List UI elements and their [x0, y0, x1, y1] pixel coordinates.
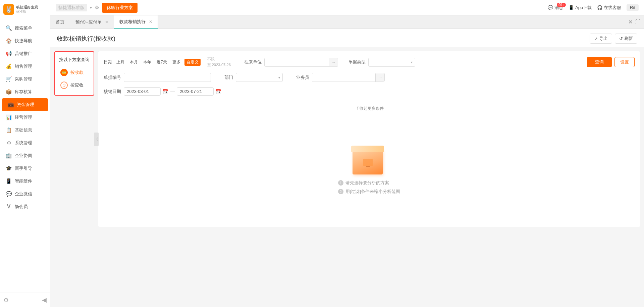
tab-receipt-cancel-label: 收款核销执行	[119, 19, 146, 25]
date-shortcut-more[interactable]: 更多	[171, 59, 182, 66]
topbar-chevron-icon[interactable]: ▾	[90, 5, 92, 10]
salesman-input[interactable]	[312, 73, 375, 82]
filter-by-receipt[interactable]: 💳 按收款	[55, 66, 94, 79]
user-name[interactable]: Rit	[627, 4, 639, 11]
doc-type-select-wrap: ▾	[368, 58, 415, 67]
sidebar-item-search-label: 搜索菜单	[15, 25, 32, 31]
content-area: 按以下方案查询 💳 按收款 ⏱ 按应收 《	[50, 47, 644, 231]
verify-date-start-input[interactable]	[124, 87, 161, 96]
verify-date-end-input[interactable]	[177, 87, 214, 96]
system-icon: ⚙	[5, 140, 12, 146]
enterprise-icon: 🏢	[5, 153, 12, 159]
sidebar-item-system[interactable]: ⚙ 系统管理	[0, 137, 50, 149]
sidebar-logo: 🐰 畅捷通好生意 标准版	[0, 0, 50, 19]
verify-date-start-cal-icon[interactable]: 📅	[163, 89, 168, 94]
sidebar-item-enterprise[interactable]: 🏢 企业协同	[0, 149, 50, 162]
sidebar-item-inventory[interactable]: 📦 库存核算	[0, 86, 50, 98]
date-shortcut-last-month[interactable]: 上月	[115, 59, 126, 66]
service-label: 在线客服	[604, 5, 621, 11]
tab-expand-icon[interactable]: ⛶	[635, 19, 641, 25]
date-shortcut-this-month[interactable]: 本月	[128, 59, 139, 66]
refresh-icon: ↺	[619, 36, 623, 41]
hardware-icon: 📱	[5, 178, 12, 184]
doc-type-select[interactable]	[368, 58, 415, 67]
sidebar-item-inventory-label: 库存核算	[15, 89, 32, 95]
tab-home-label: 首页	[56, 19, 64, 25]
date-to-text: 至 2023-07-26	[207, 62, 231, 67]
tab-prepay[interactable]: 预付冲应付单 ✕	[70, 15, 114, 29]
management-icon: 📊	[5, 114, 12, 120]
empty-step-2: 2 用[过滤]条件来缩小分析范围	[338, 189, 400, 195]
tab-receipt-cancel[interactable]: 收款核销执行 ✕	[114, 15, 158, 29]
sidebar-item-quick-nav[interactable]: 🏠 快捷导航	[0, 35, 50, 47]
date-shortcut-this-year[interactable]: 本年	[142, 59, 153, 66]
refresh-label: 刷新	[624, 36, 633, 42]
form-row-3: 核销日期 📅 — 📅	[104, 87, 635, 96]
app-icon: 📱	[569, 5, 574, 10]
online-service-button[interactable]: 🎧 在线客服	[597, 5, 621, 11]
app-download-button[interactable]: 📱 App下载	[569, 5, 592, 11]
dept-select[interactable]	[236, 73, 283, 82]
sidebar-item-hardware[interactable]: 📱 智能硬件	[0, 175, 50, 188]
settings-button[interactable]: 设置	[614, 57, 635, 67]
dept-select-wrap: ▾	[236, 73, 283, 82]
sidebar-bottom: ⚙ ◀	[0, 293, 50, 307]
sidebar-settings-icon[interactable]: ⚙	[3, 296, 9, 304]
sidebar-item-basic-info[interactable]: 📋 基础信息	[0, 124, 50, 137]
collapse-more-btn[interactable]: 《 收起更多条件	[104, 103, 635, 114]
sidebar-item-sales-label: 销售管理	[15, 63, 32, 69]
tab-prepay-close-icon[interactable]: ✕	[105, 20, 108, 24]
counterparty-ellipsis-btn[interactable]: ···	[329, 58, 338, 66]
date-shortcut-custom[interactable]: 自定义	[184, 59, 201, 66]
salesman-ellipsis-btn[interactable]: ···	[375, 73, 384, 82]
page-title: 收款核销执行(按收款)	[57, 35, 115, 43]
sidebar-item-finance[interactable]: 💼 资金管理	[2, 98, 48, 111]
doc-type-label: 单据类型	[348, 59, 366, 65]
sidebar-item-search[interactable]: 🔍 搜索菜单	[0, 22, 50, 35]
filter-by-receivable-label: 按应收	[70, 82, 84, 88]
verify-date-end-cal-icon[interactable]: 📅	[216, 89, 221, 94]
sidebar-item-purchase[interactable]: 🛒 采购管理	[0, 73, 50, 86]
sidebar-item-guide[interactable]: 🎓 新手引导	[0, 162, 50, 175]
tab-close-all-icon[interactable]: ✕	[628, 19, 633, 25]
date-no-limit-text: 不限	[207, 57, 215, 62]
refresh-button[interactable]: ↺ 刷新	[615, 34, 637, 44]
doc-no-input[interactable]	[124, 73, 211, 82]
solution-button[interactable]: 休验行业方案	[102, 3, 138, 13]
service-icon: 🎧	[597, 5, 602, 10]
sidebar-item-management-label: 经营管理	[15, 114, 32, 120]
date-group: 日期 上月 本月 本年 近7天 更多 自定义	[104, 59, 201, 66]
sidebar-item-system-label: 系统管理	[15, 140, 32, 146]
sidebar-item-sales[interactable]: 💰 销售管理	[0, 60, 50, 73]
filter-by-receivable[interactable]: ⏱ 按应收	[55, 79, 94, 92]
date-shortcut-7days[interactable]: 近7天	[155, 59, 168, 66]
filter-panel-collapse-btn[interactable]: 《	[94, 133, 99, 146]
logo-icon: 🐰	[3, 4, 14, 15]
app-label: App下载	[575, 5, 592, 11]
verify-date-separator: —	[170, 89, 175, 94]
sidebar-collapse-icon[interactable]: ◀	[42, 296, 47, 304]
export-button[interactable]: ↗ 导出	[590, 34, 612, 44]
dept-group: 部门 ▾	[224, 73, 283, 82]
empty-box-lid	[351, 146, 384, 152]
sidebar-item-marketing[interactable]: 📢 营销推广	[0, 47, 50, 60]
tab-home[interactable]: 首页	[50, 15, 70, 29]
tabbar: 首页 预付冲应付单 ✕ 收款核销执行 ✕ ✕ ⛶	[50, 15, 644, 29]
step-1-text: 请先选择要分析的方案	[345, 180, 389, 186]
sidebar-item-member[interactable]: V 畅会员	[0, 200, 50, 213]
sidebar-item-marketing-label: 营销推广	[15, 51, 32, 57]
basic-info-icon: 📋	[5, 127, 12, 133]
form-row-1: 日期 上月 本月 本年 近7天 更多 自定义 不限 至 2023-07-26	[104, 57, 635, 67]
message-button[interactable]: 💬 消息 99+	[548, 5, 563, 11]
sidebar-item-enterprise-label: 企业协同	[15, 153, 32, 159]
topbar-settings-icon[interactable]: ⚙	[95, 4, 99, 11]
sidebar-item-wechat[interactable]: 💬 企业微信	[0, 188, 50, 200]
empty-box-face	[363, 159, 373, 166]
query-button[interactable]: 查询	[587, 57, 612, 67]
date-label: 日期	[104, 59, 112, 65]
tab-receipt-close-icon[interactable]: ✕	[149, 19, 152, 24]
sidebar-item-management[interactable]: 📊 经营管理	[0, 111, 50, 124]
purchase-icon: 🛒	[5, 76, 12, 82]
step-1-num: 1	[338, 180, 343, 186]
counterparty-input[interactable]	[265, 58, 329, 66]
